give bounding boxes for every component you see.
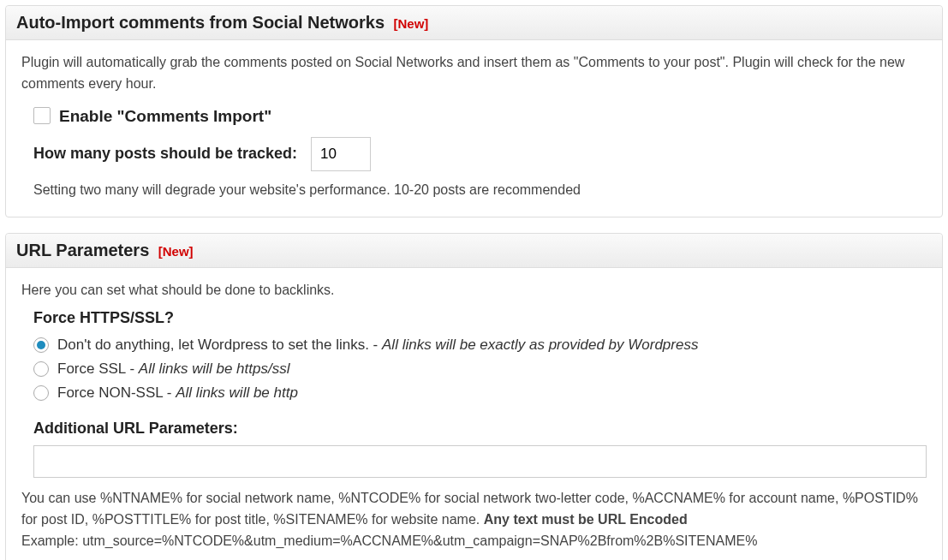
posts-tracked-label: How many posts should be tracked: [33,142,297,166]
ssl-option-force-ssl-italic: All links will be https/ssl [139,360,290,377]
url-params-help-text: You can use %NTNAME% for social network … [21,491,918,527]
ssl-option-non-ssl-text: Force NON-SSL - [57,384,176,401]
ssl-option-default-italic: All links will be exactly as provided by… [382,337,698,353]
ssl-option-force-ssl-radio[interactable] [33,361,49,377]
panel-body: Here you can set what should be done to … [6,268,942,560]
url-params-help-bold: Any text must be URL Encoded [484,512,688,527]
panel-title: Auto-Import comments from Social Network… [16,13,385,32]
posts-tracked-input[interactable] [311,137,371,171]
panel-description: Here you can set what should be done to … [21,280,927,301]
ssl-option-default-radio[interactable] [33,337,49,353]
enable-comments-import-checkbox[interactable] [33,107,51,124]
ssl-option-force-ssl-text: Force SSL - [57,360,139,377]
posts-tracked-hint: Setting two many will degrade your websi… [33,180,927,201]
ssl-option-default-text: Don't do anything, let Wordpress to set … [57,337,382,353]
additional-url-params-input[interactable] [33,445,927,478]
panel-title: URL Parameters [16,241,149,259]
panel-header: URL Parameters [New] [6,234,942,268]
additional-url-params-label: Additional URL Parameters: [33,417,927,441]
enable-comments-import-row: Enable "Comments Import" [33,104,927,128]
force-ssl-title: Force HTTPS/SSL? [33,307,927,331]
ssl-option-non-ssl-italic: All links will be http [176,384,298,401]
new-badge: [New] [158,244,194,259]
ssl-option-default-row: Don't do anything, let Wordpress to set … [33,334,927,356]
auto-import-panel: Auto-Import comments from Social Network… [5,5,943,217]
posts-tracked-row: How many posts should be tracked: [33,137,927,171]
ssl-option-default-label: Don't do anything, let Wordpress to set … [57,334,698,356]
new-badge: [New] [394,16,429,31]
ssl-option-non-ssl-radio[interactable] [33,385,49,401]
ssl-option-force-ssl-row: Force SSL - All links will be https/ssl [33,358,927,380]
url-params-example: Example: utm_source=%NTCODE%&utm_medium=… [21,533,757,548]
panel-header: Auto-Import comments from Social Network… [6,6,942,40]
ssl-option-non-ssl-row: Force NON-SSL - All links will be http [33,382,927,404]
enable-comments-import-label: Enable "Comments Import" [59,104,271,128]
panel-body: Plugin will automatically grab the comme… [6,40,942,217]
ssl-option-non-ssl-label: Force NON-SSL - All links will be http [57,382,298,404]
url-parameters-panel: URL Parameters [New] Here you can set wh… [5,233,943,560]
ssl-option-force-ssl-label: Force SSL - All links will be https/ssl [57,358,289,380]
url-params-help: You can use %NTNAME% for social network … [21,488,927,551]
force-ssl-group: Force HTTPS/SSL? Don't do anything, let … [21,307,927,479]
panel-description: Plugin will automatically grab the comme… [21,52,927,95]
